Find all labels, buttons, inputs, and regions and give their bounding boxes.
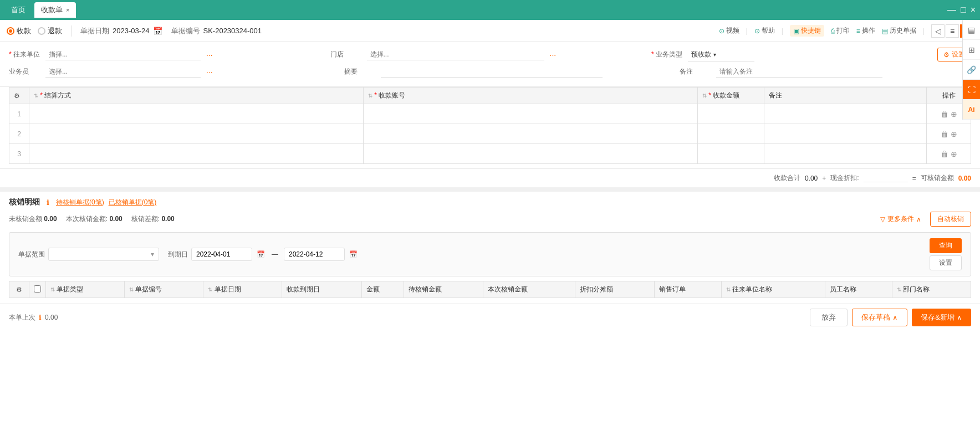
window-minimize-btn[interactable]: —	[947, 5, 956, 15]
col-checkbox-header[interactable]	[29, 281, 46, 298]
counterpart-more-btn[interactable]: ···	[204, 50, 215, 59]
writeoff-tabs: 待核销单据(0笔) 已核销单据(0笔)	[56, 198, 156, 207]
col-settle: ⇅ * 结算方式	[29, 88, 364, 104]
radio-refund[interactable]: 退款	[38, 26, 62, 36]
filter-settings-button[interactable]: 设置	[930, 255, 962, 270]
remark-label: 备注	[680, 67, 713, 76]
col-dept-header: ⇅ 部门名称	[892, 281, 971, 298]
expand-icon: ⛶	[968, 85, 976, 94]
operate-action[interactable]: ≡ 操作	[856, 26, 875, 35]
remark-input[interactable]	[716, 66, 882, 78]
print-action[interactable]: ⎙ 打印	[831, 26, 850, 35]
right-sidebar: ▤ ⊞ 🔗 ⛶ Ai	[962, 20, 980, 120]
list-view-btn[interactable]: ◁	[931, 24, 945, 38]
due-date-start-input[interactable]	[191, 248, 252, 261]
grid-view-btn[interactable]: ≡	[946, 24, 959, 38]
window-restore-btn[interactable]: □	[961, 5, 966, 15]
row1-amount[interactable]	[697, 104, 764, 124]
more-conditions-btn[interactable]: ▽ 更多条件 ∧	[880, 214, 921, 224]
pending-tab[interactable]: 待核销单据(0笔)	[56, 198, 104, 207]
date-picker-icon[interactable]: 📅	[153, 27, 162, 35]
window-close-btn[interactable]: ×	[971, 5, 976, 15]
form-row-2: 业务员 ··· 摘要 备注	[9, 66, 971, 78]
row3-copy-icon[interactable]: ⊕	[951, 150, 957, 158]
save-draft-button[interactable]: 保存草稿 ∧	[852, 309, 907, 326]
row2-delete-icon[interactable]: 🗑	[941, 130, 948, 139]
uncanceled-label: 未核销金额 0.00	[9, 214, 57, 224]
shortcut-action[interactable]: ▣ 快捷键	[790, 25, 824, 37]
shop-field: 门店 ···	[330, 49, 610, 60]
row3-remark[interactable]	[764, 144, 926, 164]
row2-settle[interactable]	[29, 124, 364, 144]
range-chevron-icon: ▾	[151, 250, 154, 258]
help-icon: ⊙	[754, 27, 760, 35]
save-new-button[interactable]: 保存&新增 ∧	[912, 309, 971, 326]
calendar-icon[interactable]: 📅	[257, 250, 265, 258]
col-discount-header: 折扣分摊额	[575, 281, 654, 298]
counterpart-input[interactable]	[45, 49, 201, 60]
row-num-3: 3	[9, 144, 29, 164]
row2-account[interactable]	[363, 124, 697, 144]
select-all-checkbox[interactable]	[34, 285, 41, 293]
shop-input[interactable]	[367, 49, 544, 60]
radio-collection[interactable]: 收款	[7, 26, 31, 36]
table-row: 1 🗑 ⊕	[9, 104, 971, 124]
due-date-end-input[interactable]	[284, 248, 345, 261]
row1-remark[interactable]	[764, 104, 926, 124]
done-tab[interactable]: 已核销单据(0笔)	[109, 198, 157, 207]
cash-discount-input[interactable]	[864, 174, 908, 182]
row3-delete-icon[interactable]: 🗑	[941, 150, 948, 158]
history-action[interactable]: ▤ 历史单据	[882, 26, 916, 35]
row3-account[interactable]	[363, 144, 697, 164]
row2-copy-icon[interactable]: ⊕	[951, 130, 957, 139]
summary-input[interactable]	[381, 66, 603, 78]
footer-info-icon[interactable]: ℹ	[39, 314, 42, 321]
tab-bar: 首页 收款单 × — □ ×	[0, 0, 980, 20]
query-button[interactable]: 查询	[930, 238, 962, 253]
calendar-end-icon[interactable]: 📅	[349, 250, 358, 258]
tab-close-icon[interactable]: ×	[66, 7, 69, 13]
video-action[interactable]: ⊙ 视频	[719, 26, 739, 35]
col-account: ⇅ * 收款账号	[363, 88, 697, 104]
sidebar-link-icon-btn[interactable]: 🔗	[963, 60, 981, 80]
writeoff-stats: 未核销金额 0.00 本次核销金额: 0.00 核销差额: 0.00 ▽ 更多条…	[9, 212, 971, 227]
tab-receipt[interactable]: 收款单 ×	[34, 2, 76, 18]
staff-input[interactable]	[45, 66, 201, 78]
col-counterpart-header: ⇅ 往来单位名称	[722, 281, 825, 298]
sidebar-expand-icon-btn[interactable]: ⛶	[963, 80, 981, 100]
sidebar-grid-icon-btn[interactable]: ⊞	[963, 40, 981, 60]
row2-amount[interactable]	[697, 124, 764, 144]
row1-account[interactable]	[363, 104, 697, 124]
table-gear-header[interactable]: ⚙	[9, 88, 29, 104]
chevron-up-icon2: ∧	[957, 314, 962, 322]
business-type-select[interactable]: 预收款 ▾	[688, 48, 754, 61]
window-controls: — □ ×	[947, 5, 976, 15]
row1-settle[interactable]	[29, 104, 364, 124]
col-gear-bottom[interactable]: ⚙	[9, 281, 29, 298]
shop-more-btn[interactable]: ···	[548, 50, 559, 59]
row1-delete-icon[interactable]: 🗑	[941, 110, 948, 119]
counterpart-field: 往来单位 ···	[9, 49, 288, 60]
sidebar-table-icon-btn[interactable]: ▤	[963, 20, 981, 40]
tab-home[interactable]: 首页	[4, 2, 32, 18]
gear-icon: ⚙	[943, 51, 950, 59]
help-action[interactable]: ⊙ 帮助	[754, 26, 775, 35]
row-num-1: 1	[9, 104, 29, 124]
writeoff-info-icon[interactable]: ℹ	[47, 198, 49, 207]
discard-button[interactable]: 放弃	[810, 309, 848, 326]
auto-writeoff-button[interactable]: 自动核销	[930, 212, 971, 227]
col-current-header: 本次核销金额	[483, 281, 575, 298]
row2-remark[interactable]	[764, 124, 926, 144]
col-due-date-header: 收款到期日	[282, 281, 361, 298]
remark-field: 备注	[680, 66, 971, 78]
range-label: 单据范围	[18, 250, 45, 259]
sidebar-ai-btn[interactable]: Ai	[963, 100, 981, 120]
row3-settle[interactable]	[29, 144, 364, 164]
counterpart-label: 往来单位	[9, 50, 42, 59]
table-row: 2 🗑 ⊕	[9, 124, 971, 144]
range-select[interactable]: ▾	[48, 248, 159, 261]
staff-more-btn[interactable]: ···	[204, 68, 215, 76]
row3-amount[interactable]	[697, 144, 764, 164]
row1-copy-icon[interactable]: ⊕	[951, 110, 957, 119]
col-staff-header: 员工名称	[825, 281, 892, 298]
